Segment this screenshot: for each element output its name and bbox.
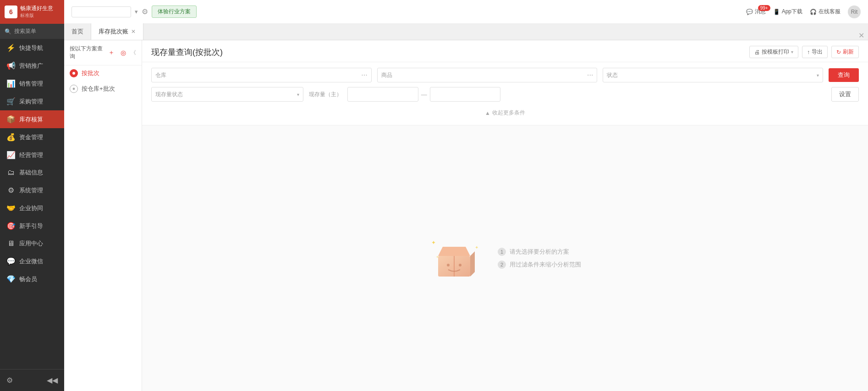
empty-hint-2: 2 用过滤条件来缩小分析范围	[498, 261, 581, 269]
refresh-btn[interactable]: ↻ 刷新	[831, 46, 859, 58]
scheme-item-by-batch[interactable]: 按批次	[64, 65, 142, 81]
sidebar-item-newbie[interactable]: 🎯 新手引导	[0, 217, 64, 235]
empty-hint-2-text: 用过滤条件来缩小分析范围	[510, 261, 581, 269]
inventory-status-arrow-icon[interactable]: ▾	[297, 92, 299, 97]
inventory-icon: 📦	[6, 115, 16, 124]
sidebar-item-vip[interactable]: 💎 畅会员	[0, 270, 64, 288]
svg-point-1	[73, 88, 75, 90]
sidebar-item-sales[interactable]: 📊 销售管理	[0, 75, 64, 92]
printer-icon: 🖨	[754, 49, 760, 55]
sidebar-item-app-center[interactable]: 🖥 应用中心	[0, 235, 64, 252]
left-panel: 按以下方案查询 ＋ ◎ 《 按批次 按仓库	[64, 40, 142, 391]
sidebar-footer: ⚙ ◀◀	[0, 369, 64, 391]
left-panel-title: 按以下方案查询	[70, 45, 107, 60]
query-btn[interactable]: 查询	[829, 68, 859, 82]
sidebar-label-sales: 销售管理	[19, 80, 43, 88]
sales-icon: 📊	[6, 79, 16, 88]
sidebar-search-label: 搜索菜单	[14, 27, 36, 35]
sidebar-item-marketing[interactable]: 📢 营销推广	[0, 57, 64, 75]
online-service-label: 在线客服	[819, 8, 841, 16]
target-scheme-icon[interactable]: ◎	[119, 48, 128, 57]
empty-hint-1: 1 请先选择要分析的方案	[498, 248, 581, 256]
system-icon: ⚙	[6, 186, 16, 195]
add-scheme-icon[interactable]: ＋	[107, 48, 116, 57]
sidebar-item-basic[interactable]: 🗂 基础信息	[0, 164, 64, 181]
sidebar-header: 6 畅康通好生意 标准版	[0, 0, 64, 24]
product-input[interactable]	[395, 72, 585, 78]
sidebar-item-quick-nav[interactable]: ⚡ 快捷导航	[0, 39, 64, 57]
empty-illustration: ✦ ✦ ✦	[429, 235, 484, 281]
tab-inventory-batch[interactable]: 库存批次账 ✕	[91, 23, 143, 40]
collapse-left-panel-icon[interactable]: 《	[131, 49, 136, 57]
settings-btn[interactable]: 设置	[831, 87, 859, 102]
warehouse-input[interactable]	[169, 72, 359, 78]
topbar-dropdown-arrow-icon[interactable]: ▾	[135, 8, 138, 15]
basic-icon: 🗂	[6, 168, 16, 177]
user-name: Rit	[851, 9, 858, 15]
refresh-icon: ↻	[836, 49, 841, 55]
svg-text:✦: ✦	[475, 245, 478, 250]
main-area: ▾ ⚙ 体验行业方案 💬 消息 99+ 📱 App下载 🎧 在线客服 Rit	[64, 0, 868, 391]
export-label: 导出	[812, 48, 823, 56]
app-download-item[interactable]: 📱 App下载	[773, 8, 802, 16]
sidebar-item-enterprise[interactable]: 🤝 企业协同	[0, 199, 64, 217]
svg-point-0	[72, 72, 75, 75]
sidebar-label-system: 系统管理	[19, 186, 43, 195]
sidebar-item-purchase[interactable]: 🛒 采购管理	[0, 92, 64, 110]
topbar-search-input[interactable]	[71, 6, 131, 17]
chevron-up-icon: ▲	[485, 110, 490, 116]
page-header: 现存量查询(按批次) 🖨 按模板打印 ▾ ↑ 导出 ↻ 刷新	[142, 40, 868, 62]
svg-marker-5	[470, 251, 475, 277]
page-actions: 🖨 按模板打印 ▾ ↑ 导出 ↻ 刷新	[749, 46, 859, 58]
sidebar-label-newbie: 新手引导	[19, 222, 43, 230]
product-field[interactable]: 商品 ···	[377, 68, 598, 82]
product-more-icon[interactable]: ···	[587, 71, 593, 79]
print-btn[interactable]: 🖨 按模板打印 ▾	[749, 46, 798, 58]
status-field[interactable]: 状态 ▾	[603, 68, 823, 82]
sidebar-search[interactable]: 🔍 搜索菜单	[0, 24, 64, 39]
sidebar-item-operations[interactable]: 📈 经营管理	[0, 146, 64, 164]
avatar: Rit	[848, 5, 861, 18]
collapse-sidebar-icon[interactable]: ◀◀	[45, 374, 60, 386]
inventory-status-input[interactable]	[186, 91, 295, 98]
warehouse-field[interactable]: 仓库 ···	[151, 68, 372, 82]
export-btn[interactable]: ↑ 导出	[802, 46, 828, 58]
sidebar: 6 畅康通好生意 标准版 🔍 搜索菜单 ⚡ 快捷导航 📢 营销推广 📊 销售管理…	[0, 0, 64, 391]
enterprise-icon: 🤝	[6, 204, 16, 212]
sidebar-item-wechat[interactable]: 💬 企业微信	[0, 252, 64, 270]
topbar: ▾ ⚙ 体验行业方案 💬 消息 99+ 📱 App下载 🎧 在线客服 Rit	[64, 0, 868, 24]
qty-min-input[interactable]	[347, 87, 418, 102]
status-input[interactable]	[621, 72, 815, 78]
app-logo: 6	[5, 5, 17, 18]
status-dropdown-icon[interactable]: ▾	[817, 73, 819, 78]
topbar-gear-icon[interactable]: ⚙	[142, 7, 148, 16]
inventory-status-field[interactable]: 现存量状态 ▾	[151, 87, 303, 102]
tab-close-icon[interactable]: ✕	[131, 28, 136, 35]
sidebar-item-finance[interactable]: 💰 资金管理	[0, 128, 64, 146]
warehouse-more-icon[interactable]: ···	[361, 71, 367, 79]
left-panel-header: 按以下方案查询 ＋ ◎ 《	[64, 40, 142, 65]
online-service-item[interactable]: 🎧 在线客服	[810, 8, 841, 16]
settings-footer-icon[interactable]: ⚙	[5, 374, 15, 386]
user-item[interactable]: Rit	[848, 5, 861, 18]
sidebar-item-inventory[interactable]: 📦 库存核算	[0, 110, 64, 128]
trial-btn[interactable]: 体验行业方案	[152, 5, 197, 18]
sidebar-label-finance: 资金管理	[19, 133, 43, 141]
scheme-item-by-warehouse-batch[interactable]: 按仓库+批次	[64, 81, 142, 97]
tab-home[interactable]: 首页	[64, 23, 91, 40]
collapse-more-btn[interactable]: ▲ 收起更多条件	[151, 106, 859, 119]
panel-close-icon[interactable]: ✕	[858, 31, 864, 40]
sidebar-item-system[interactable]: ⚙ 系统管理	[0, 181, 64, 199]
scheme-active-dot	[70, 69, 78, 77]
empty-text-block: 1 请先选择要分析的方案 2 用过滤条件来缩小分析范围	[498, 248, 581, 269]
sidebar-label-vip: 畅会员	[19, 275, 37, 283]
qty-max-input[interactable]	[430, 87, 501, 102]
sidebar-label-inventory: 库存核算	[19, 115, 43, 124]
messages-item[interactable]: 💬 消息 99+	[746, 8, 766, 16]
sidebar-nav: ⚡ 快捷导航 📢 营销推广 📊 销售管理 🛒 采购管理 📦 库存核算 💰 资金管…	[0, 39, 64, 369]
sidebar-label-app-center: 应用中心	[19, 239, 43, 248]
page-title: 现存量查询(按批次)	[151, 47, 223, 58]
sidebar-label-operations: 经营管理	[19, 151, 43, 159]
search-icon: 🔍	[5, 28, 11, 35]
filter-row-2: 现存量状态 ▾ 现存量（主） — 设置	[151, 87, 859, 102]
